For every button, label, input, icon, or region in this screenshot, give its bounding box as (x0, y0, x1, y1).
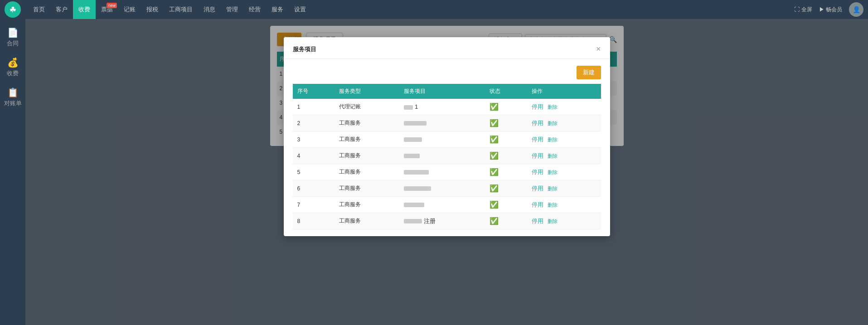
modal-cell-action[interactable]: 停用 删除 (527, 115, 601, 131)
disable-link[interactable]: 停用 (532, 120, 543, 126)
sidebar-item-hetong[interactable]: 📄 合同 (1, 24, 24, 51)
delete-link[interactable]: 删除 (548, 137, 558, 142)
modal-cell-seq: 3 (293, 131, 335, 148)
modal-cell-action[interactable]: 停用 删除 (527, 131, 601, 148)
modal-toolbar: 新建 (293, 66, 601, 79)
modal-cell-type: 工商服务 (335, 213, 399, 229)
modal-col-action: 操作 (527, 84, 601, 99)
modal-col-seq: 序号 (293, 84, 335, 99)
nav-item-home[interactable]: 首页 (28, 0, 50, 19)
modal-cell-seq: 2 (293, 115, 335, 131)
nav-item-msg[interactable]: 消息 (198, 0, 221, 19)
modal-cell-action[interactable]: 停用 删除 (527, 148, 601, 164)
modal-title: 服务项目 (293, 45, 316, 53)
modal-cell-item (399, 148, 485, 164)
nav-item-jingying[interactable]: 经营 (243, 0, 266, 19)
sidebar-item-duizhang[interactable]: 📋 对账单 (1, 83, 24, 111)
modal-cell-status: ✅ (485, 164, 527, 180)
disable-link[interactable]: 停用 (532, 169, 543, 175)
nav-item-bao[interactable]: 报税 (141, 0, 164, 19)
modal-new-button[interactable]: 新建 (577, 66, 601, 79)
modal-cell-type: 工商服务 (335, 164, 399, 180)
contract-icon: 📄 (7, 27, 19, 38)
modal-cell-type: 工商服务 (335, 197, 399, 213)
new-badge: new (107, 3, 117, 8)
modal-close-button[interactable]: × (596, 44, 601, 54)
delete-link[interactable]: 删除 (548, 170, 558, 175)
nav-item-service[interactable]: 服务 (266, 0, 289, 19)
modal-cell-action[interactable]: 停用 删除 (527, 180, 601, 197)
modal-cell-action[interactable]: 停用 删除 (527, 99, 601, 115)
modal-table-row: 3 工商服务 ✅ 停用 删除 (293, 131, 601, 148)
member-btn[interactable]: ▶ 畅会员 (819, 6, 842, 14)
modal-cell-type: 工商服务 (335, 180, 399, 197)
modal-cell-type: 工商服务 (335, 131, 399, 148)
modal-cell-seq: 6 (293, 180, 335, 197)
nav-item-shoufe[interactable]: 收费 (73, 0, 96, 19)
nav-item-jiz[interactable]: 记账 (118, 0, 141, 19)
modal-cell-item: 1 (399, 99, 485, 115)
modal-cell-status: ✅ (485, 197, 527, 213)
disable-link[interactable]: 停用 (532, 152, 543, 159)
top-nav: ☘ 首页 客户 收费 票据 new 记账 报税 工商项目 消息 管理 经营 服务… (0, 0, 868, 19)
delete-link[interactable]: 删除 (548, 104, 558, 110)
fullscreen-btn[interactable]: ⛶ 全屏 (794, 6, 812, 14)
modal-cell-action[interactable]: 停用 删除 (527, 197, 601, 213)
disable-link[interactable]: 停用 (532, 218, 543, 224)
modal-cell-item: 注册 (399, 213, 485, 229)
modal-cell-item (399, 131, 485, 148)
modal-body: 新建 序号 服务类型 服务项目 状态 操作 (284, 59, 610, 236)
modal-cell-item (399, 197, 485, 213)
nav-item-settings[interactable]: 设置 (289, 0, 311, 19)
modal-cell-seq: 4 (293, 148, 335, 164)
disable-link[interactable]: 停用 (532, 136, 543, 143)
modal-cell-action[interactable]: 停用 删除 (527, 213, 601, 229)
app-logo: ☘ (5, 1, 21, 18)
delete-link[interactable]: 删除 (548, 153, 558, 159)
modal-cell-seq: 5 (293, 164, 335, 180)
modal-cell-seq: 1 (293, 99, 335, 115)
modal-table-row: 8 工商服务 注册 ✅ 停用 删除 (293, 213, 601, 229)
modal-cell-item (399, 164, 485, 180)
modal-cell-type: 代理记账 (335, 99, 399, 115)
app-layout: 📄 合同 💰 收费 📋 对账单 新增 服务项目 进行中 已完成 全部 (0, 19, 868, 325)
statement-icon: 📋 (7, 87, 19, 98)
modal-cell-status: ✅ (485, 148, 527, 164)
delete-link[interactable]: 删除 (548, 121, 558, 126)
modal-cell-action[interactable]: 停用 删除 (527, 164, 601, 180)
delete-link[interactable]: 删除 (548, 202, 558, 208)
modal-table-row: 2 工商服务 ✅ 停用 删除 (293, 115, 601, 131)
modal-col-type: 服务类型 (335, 84, 399, 99)
modal-table-row: 4 工商服务 ✅ 停用 删除 (293, 148, 601, 164)
delete-link[interactable]: 删除 (548, 186, 558, 191)
modal-cell-type: 工商服务 (335, 115, 399, 131)
modal-cell-status: ✅ (485, 180, 527, 197)
modal-table-row: 1 代理记账 1 ✅ 停用 删除 (293, 99, 601, 115)
delete-link[interactable]: 删除 (548, 218, 558, 224)
modal-cell-seq: 8 (293, 213, 335, 229)
disable-link[interactable]: 停用 (532, 201, 543, 208)
disable-link[interactable]: 停用 (532, 103, 543, 110)
modal-col-status: 状态 (485, 84, 527, 99)
modal-cell-status: ✅ (485, 115, 527, 131)
modal-cell-status: ✅ (485, 131, 527, 148)
disable-link[interactable]: 停用 (532, 185, 543, 192)
avatar[interactable]: 👤 (849, 2, 863, 17)
nav-item-manage[interactable]: 管理 (221, 0, 243, 19)
nav-item-gongshang[interactable]: 工商项目 (164, 0, 198, 19)
service-items-table: 序号 服务类型 服务项目 状态 操作 1 代理记账 1 ✅ (293, 84, 601, 229)
sidebar-item-shoufe[interactable]: 💰 收费 (1, 53, 24, 81)
fee-icon: 💰 (7, 57, 19, 68)
main-content: 新增 服务项目 进行中 已完成 全部 🔍 序号 合同编码 (25, 19, 868, 325)
modal-table-wrap[interactable]: 序号 服务类型 服务项目 状态 操作 1 代理记账 1 ✅ (293, 84, 601, 229)
modal-table-row: 7 工商服务 ✅ 停用 删除 (293, 197, 601, 213)
nav-item-client[interactable]: 客户 (50, 0, 73, 19)
modal-col-item: 服务项目 (399, 84, 485, 99)
modal-table-row: 5 工商服务 ✅ 停用 删除 (293, 164, 601, 180)
top-nav-right: ⛶ 全屏 ▶ 畅会员 👤 (794, 2, 863, 17)
modal-header: 服务项目 × (284, 37, 610, 59)
modal-cell-status: ✅ (485, 99, 527, 115)
nav-item-piaoju[interactable]: 票据 new (96, 0, 118, 19)
modal-cell-seq: 7 (293, 197, 335, 213)
modal-cell-status: ✅ (485, 213, 527, 229)
